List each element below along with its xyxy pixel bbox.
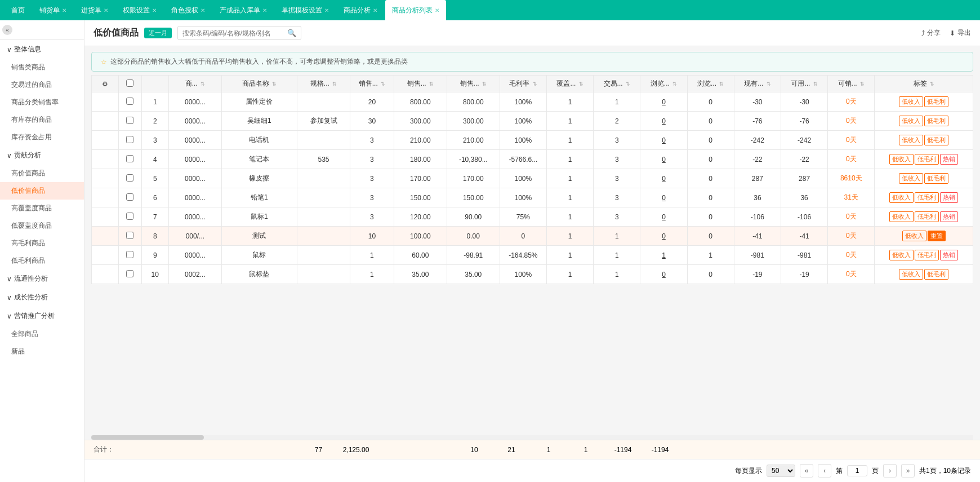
row-checkbox[interactable] [126, 270, 133, 277]
sidebar-group-growth[interactable]: ∨ 成长性分析 [0, 288, 84, 307]
view1-link[interactable]: 0 [662, 213, 666, 221]
col-cb[interactable] [119, 150, 141, 169]
col-header-stock2[interactable]: 可用... ⇅ [781, 76, 827, 92]
col-header-sale1[interactable]: 销售... ⇅ [350, 76, 394, 92]
view1-link[interactable]: 0 [662, 156, 666, 163]
view1-link[interactable]: 0 [662, 117, 666, 125]
col-header-gross[interactable]: 毛利率 ⇅ [500, 76, 546, 92]
sidebar-group-overall[interactable]: ∨ 整体信息 [0, 40, 84, 59]
close-icon[interactable]: ✕ [373, 7, 377, 14]
sidebar-item-stock-funds[interactable]: 库存资金占用 [0, 129, 84, 146]
scroll-thumb[interactable] [91, 435, 204, 440]
col-cb[interactable] [119, 112, 141, 131]
next-page-btn[interactable]: › [883, 464, 897, 477]
sidebar-item-new-products[interactable]: 新品 [0, 343, 84, 360]
row-checkbox[interactable] [126, 251, 133, 258]
nav-purchase-order[interactable]: 进货单 ✕ [74, 0, 115, 20]
col-header-cover[interactable]: 覆盖... ⇅ [546, 76, 593, 92]
horizontal-scrollbar[interactable] [91, 435, 973, 440]
close-icon[interactable]: ✕ [62, 7, 66, 14]
col-header-sale3[interactable]: 销售... ⇅ [447, 76, 500, 92]
sidebar-collapse-btn[interactable]: « [2, 25, 12, 35]
col-cb[interactable] [119, 92, 141, 112]
col-cb[interactable] [119, 131, 141, 150]
col-header-cb[interactable] [119, 76, 141, 92]
row-checkbox[interactable] [126, 155, 133, 162]
col-view1[interactable]: 0 [640, 207, 687, 227]
row-checkbox[interactable] [126, 117, 133, 124]
view1-link[interactable]: 0 [662, 194, 666, 202]
view1-link[interactable]: 0 [662, 232, 666, 240]
col-view1[interactable]: 0 [640, 112, 687, 131]
col-header-stock3[interactable]: 可销... ⇅ [828, 76, 875, 92]
col-header-trade[interactable]: 交易... ⇅ [594, 76, 640, 92]
close-icon[interactable]: ✕ [104, 7, 108, 14]
view1-link[interactable]: 0 [662, 98, 666, 106]
view1-link[interactable]: 0 [662, 271, 666, 278]
col-cb[interactable] [119, 246, 141, 265]
last-page-btn[interactable]: » [901, 464, 915, 477]
sidebar-item-stock-products[interactable]: 有库存的商品 [0, 111, 84, 129]
sidebar-item-category-sales[interactable]: 商品分类销售率 [0, 94, 84, 111]
nav-home[interactable]: 首页 [5, 0, 32, 20]
sidebar-group-circulation[interactable]: ∨ 流通性分析 [0, 269, 84, 288]
col-view1[interactable]: 0 [640, 131, 687, 150]
row-checkbox[interactable] [126, 136, 133, 143]
close-icon[interactable]: ✕ [201, 7, 205, 14]
nav-sales-order[interactable]: 销货单 ✕ [33, 0, 73, 20]
col-header-sale2[interactable]: 销售... ⇅ [394, 76, 447, 92]
col-view1[interactable]: 0 [640, 150, 687, 169]
export-button[interactable]: ⬇ 导出 [950, 28, 971, 38]
first-page-btn[interactable]: « [800, 464, 813, 477]
sidebar-group-contribution[interactable]: ∨ 贡献分析 [0, 146, 84, 165]
row-checkbox[interactable] [126, 174, 133, 182]
row-checkbox[interactable] [126, 213, 133, 220]
close-icon[interactable]: ✕ [152, 7, 157, 14]
nav-product-inbound[interactable]: 产成品入库单 ✕ [213, 0, 274, 20]
col-view1[interactable]: 0 [640, 227, 687, 246]
nav-template-settings[interactable]: 单据模板设置 ✕ [275, 0, 336, 20]
row-checkbox[interactable] [126, 232, 133, 239]
col-view1[interactable]: 1 [640, 246, 687, 265]
nav-product-analysis-list[interactable]: 商品分析列表 ✕ [385, 0, 446, 20]
view1-link[interactable]: 0 [662, 136, 666, 144]
col-view1[interactable]: 0 [640, 169, 687, 188]
nav-permission-settings[interactable]: 权限设置 ✕ [116, 0, 163, 20]
search-input[interactable] [182, 29, 284, 37]
col-cb[interactable] [119, 188, 141, 207]
col-header-settings[interactable]: ⚙ [92, 76, 119, 92]
sidebar-group-marketing[interactable]: ∨ 营销推广分析 [0, 307, 84, 325]
sidebar-item-high-value[interactable]: 高价值商品 [0, 165, 84, 182]
col-header-spec[interactable]: 规格... ⇅ [297, 76, 350, 92]
nav-role-auth[interactable]: 角色授权 ✕ [164, 0, 212, 20]
sidebar-item-low-coverage[interactable]: 低覆盖度商品 [0, 217, 84, 235]
col-header-view2[interactable]: 浏览... ⇅ [687, 76, 734, 92]
row-checkbox[interactable] [126, 193, 133, 201]
row-checkbox[interactable] [126, 98, 133, 105]
col-view1[interactable]: 0 [640, 188, 687, 207]
close-icon[interactable]: ✕ [324, 7, 329, 14]
prev-page-btn[interactable]: ‹ [818, 464, 831, 477]
sidebar-item-high-coverage[interactable]: 高覆盖度商品 [0, 200, 84, 217]
sidebar-item-traded-products[interactable]: 交易过的商品 [0, 76, 84, 94]
col-header-tag[interactable]: 标签 ⇅ [875, 76, 973, 92]
col-view1[interactable]: 0 [640, 92, 687, 112]
col-header-stock1[interactable]: 现有... ⇅ [734, 76, 781, 92]
col-header-name[interactable]: 商品名称 ⇅ [221, 76, 297, 92]
sidebar-item-sales-products[interactable]: 销售类商品 [0, 59, 84, 76]
view1-link[interactable]: 0 [662, 175, 666, 183]
col-cb[interactable] [119, 227, 141, 246]
sidebar-item-low-value[interactable]: 低价值商品 [0, 182, 84, 200]
filter-tag-recent[interactable]: 近一月 [144, 28, 172, 38]
close-icon[interactable]: ✕ [435, 7, 439, 14]
col-cb[interactable] [119, 169, 141, 188]
per-page-select[interactable]: 50 100 200 [767, 465, 795, 477]
col-header-code[interactable]: 商... ⇅ [168, 76, 221, 92]
col-header-view1[interactable]: 浏览... ⇅ [640, 76, 687, 92]
sidebar-item-low-margin[interactable]: 低毛利商品 [0, 252, 84, 269]
nav-product-analysis[interactable]: 商品分析 ✕ [337, 0, 384, 20]
view1-link[interactable]: 1 [662, 251, 666, 259]
share-button[interactable]: ⤴ 分享 [921, 28, 941, 38]
sidebar-item-high-margin[interactable]: 高毛利商品 [0, 235, 84, 252]
search-icon[interactable]: 🔍 [287, 29, 296, 37]
